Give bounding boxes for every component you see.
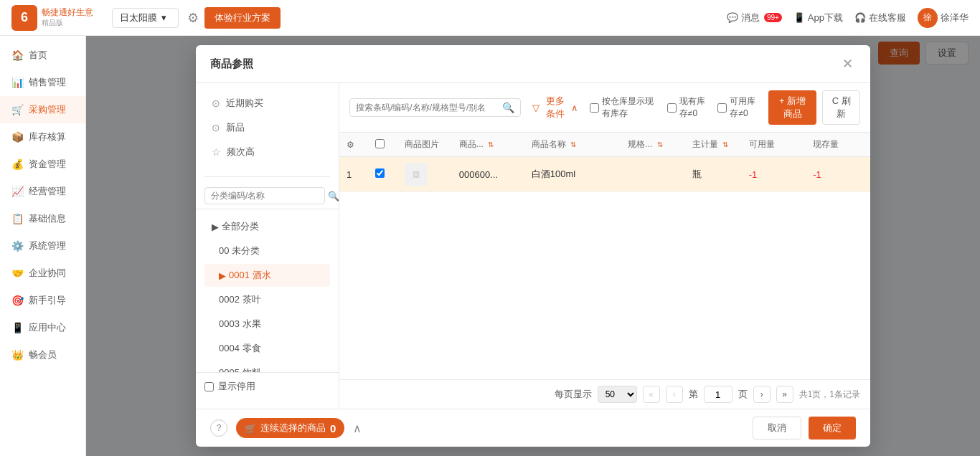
modal-right-panel: 🔍 ▽ 更多条件 ∧ 按仓库显示现有库存 <box>339 83 870 409</box>
category-item-0002[interactable]: 0002 茶叶 <box>204 288 330 311</box>
th-image: 商品图片 <box>397 133 452 157</box>
store-selector[interactable]: 日太阳膜 ▾ <box>112 8 179 28</box>
th-stock: 现存量 <box>806 133 870 157</box>
service-label: 在线客服 <box>869 11 906 24</box>
th-settings[interactable]: ⚙ <box>339 133 368 157</box>
page-number-input[interactable] <box>704 386 732 403</box>
category-search-icon[interactable]: 🔍 <box>328 191 339 201</box>
message-nav-item[interactable]: 💬 消息 99+ <box>727 11 782 24</box>
sidebar-label-apps: 应用中心 <box>29 321 66 334</box>
per-page-label: 每页显示 <box>555 388 592 401</box>
refresh-button[interactable]: C 刷新 <box>822 90 860 125</box>
warehouse-label: 按仓库显示现有库存 <box>602 95 661 120</box>
category-item-00[interactable]: 00 未分类 <box>204 239 330 262</box>
quick-item-new-label: 新品 <box>226 121 245 134</box>
sidebar-item-basic[interactable]: 📋 基础信息 <box>0 205 85 232</box>
sort-name-icon: ⇅ <box>570 141 576 148</box>
avail-filter[interactable]: 可用库存≠0 <box>717 95 763 120</box>
select-all-checkbox[interactable] <box>375 139 385 148</box>
quick-item-frequent[interactable]: ☆ 频次高 <box>204 141 330 163</box>
footer-right-actions: 取消 确定 <box>753 417 856 440</box>
modal-toolbar: 🔍 ▽ 更多条件 ∧ 按仓库显示现有库存 <box>339 83 870 133</box>
quick-items-section: ⊙ 近期购买 ⊙ 新品 ☆ 频次高 <box>196 92 339 165</box>
show-disabled-checkbox[interactable] <box>204 382 214 391</box>
th-code-label: 商品... <box>459 139 484 149</box>
th-spec[interactable]: 规格... ⇅ <box>621 133 685 157</box>
stock-label: 现有库存≠0 <box>679 95 712 120</box>
sidebar-label-inventory: 库存核算 <box>29 130 66 143</box>
sidebar-item-enterprise[interactable]: 🤝 企业协同 <box>0 260 85 287</box>
sidebar-label-finance: 资金管理 <box>29 158 66 171</box>
experience-button[interactable]: 体验行业方案 <box>204 7 281 29</box>
search-icon[interactable]: 🔍 <box>502 102 514 113</box>
content-area: 查询 设置 商品参照 ✕ ⊙ 近期购买 <box>86 36 980 456</box>
logo-text: 畅捷通好生意 <box>42 7 93 19</box>
sidebar-item-sales[interactable]: 📊 销售管理 <box>0 69 85 96</box>
th-code[interactable]: 商品... ⇅ <box>452 133 524 157</box>
row-checkbox[interactable] <box>375 168 385 178</box>
modal-footer: ? 🛒 连续选择的商品 0 ∧ 取消 确定 <box>196 409 870 447</box>
sidebar-item-home[interactable]: 🏠 首页 <box>0 42 85 69</box>
collapse-toggle-icon[interactable]: ∧ <box>353 422 362 435</box>
warehouse-filter[interactable]: 按仓库显示现有库存 <box>590 95 661 120</box>
page-next-button[interactable]: › <box>753 386 771 403</box>
filter-icon: ▽ <box>532 103 540 113</box>
sidebar-item-inventory[interactable]: 📦 库存核算 <box>0 123 85 151</box>
page-prev-button[interactable]: ‹ <box>666 386 683 403</box>
sidebar-item-member[interactable]: 👑 畅会员 <box>0 341 85 369</box>
category-item-0005[interactable]: 0005 饮料 <box>204 361 330 372</box>
sidebar-item-management[interactable]: 📈 经营管理 <box>0 178 85 205</box>
stock-checkbox[interactable] <box>667 103 677 113</box>
stock-filter[interactable]: 现有库存≠0 <box>667 95 712 120</box>
help-button[interactable]: ? <box>210 419 227 437</box>
th-unit[interactable]: 主计量 ⇅ <box>685 133 742 157</box>
quick-item-recent[interactable]: ⊙ 近期购买 <box>204 92 330 115</box>
user-nav-item[interactable]: 徐 徐泽华 <box>918 8 969 28</box>
quick-item-new[interactable]: ⊙ 新品 <box>204 116 330 139</box>
page-first-button[interactable]: « <box>643 386 660 403</box>
row-code: 000600... <box>452 157 524 192</box>
table-row[interactable]: 1 🖼 000600... 白酒100ml <box>339 157 870 192</box>
per-page-select[interactable]: 50 10 20 100 <box>598 386 637 403</box>
product-search-input[interactable] <box>356 103 499 113</box>
gear-icon[interactable]: ⚙ <box>187 10 199 26</box>
category-search-input[interactable] <box>204 187 325 204</box>
filter-button[interactable]: ▽ 更多条件 ∧ <box>527 92 584 123</box>
category-item-0004[interactable]: 0004 零食 <box>204 337 330 360</box>
cancel-button[interactable]: 取消 <box>753 417 801 440</box>
sidebar: 🏠 首页 📊 销售管理 🛒 采购管理 📦 库存核算 💰 资金管理 📈 经营管理 … <box>0 36 86 456</box>
category-item-0003[interactable]: 0003 水果 <box>204 313 330 336</box>
show-disabled-label[interactable]: 显示停用 <box>218 380 255 393</box>
app-download-nav-item[interactable]: 📱 App下载 <box>793 11 843 24</box>
category-item-0001[interactable]: ▶ 0001 酒水 <box>204 264 330 287</box>
avail-checkbox[interactable] <box>717 103 727 113</box>
row-num: 1 <box>339 157 368 192</box>
store-name: 日太阳膜 <box>120 11 157 24</box>
th-unit-label: 主计量 <box>692 139 718 149</box>
category-item-all[interactable]: ▶ 全部分类 <box>204 215 330 238</box>
warehouse-checkbox[interactable] <box>590 103 599 113</box>
sidebar-item-guide[interactable]: 🎯 新手引导 <box>0 287 85 314</box>
sidebar-item-purchase[interactable]: 🛒 采购管理 <box>0 96 85 123</box>
category-label-0002: 0002 茶叶 <box>219 293 261 306</box>
sidebar-item-apps[interactable]: 📱 应用中心 <box>0 314 85 341</box>
message-badge: 99+ <box>764 13 782 22</box>
service-nav-item[interactable]: 🎧 在线客服 <box>854 11 906 24</box>
logo: 6 畅捷通好生意 精品版 <box>11 5 98 31</box>
th-name[interactable]: 商品名称 ⇅ <box>524 133 621 157</box>
frequent-icon: ☆ <box>212 146 221 158</box>
confirm-button[interactable]: 确定 <box>809 417 856 440</box>
left-divider <box>204 176 330 177</box>
cart-button[interactable]: 🛒 连续选择的商品 0 <box>236 418 344 438</box>
new-icon: ⊙ <box>212 122 220 133</box>
category-arrow-all: ▶ <box>212 222 219 232</box>
sidebar-item-finance[interactable]: 💰 资金管理 <box>0 151 85 178</box>
sidebar-label-home: 首页 <box>29 49 47 62</box>
modal-close-button[interactable]: ✕ <box>839 55 856 72</box>
sidebar-item-system[interactable]: ⚙️ 系统管理 <box>0 232 85 260</box>
add-product-button[interactable]: + 新增商品 <box>768 90 816 125</box>
page-last-button[interactable]: » <box>776 386 793 403</box>
row-check[interactable] <box>368 157 397 192</box>
sidebar-label-sales: 销售管理 <box>29 76 66 89</box>
main-layout: 🏠 首页 📊 销售管理 🛒 采购管理 📦 库存核算 💰 资金管理 📈 经营管理 … <box>0 36 980 456</box>
